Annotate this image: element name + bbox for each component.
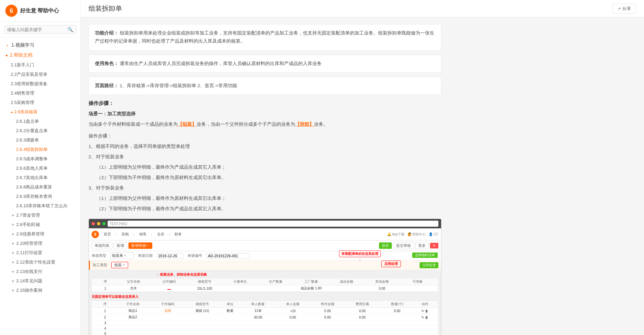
- step2-1: （1）上部明细为父件明细，最终作为产成品生成其它入库单；: [97, 163, 441, 172]
- sidebar-item-assembly[interactable]: 2.6.4组装拆卸单: [0, 145, 80, 154]
- sidebar-item-partial-stocktake[interactable]: 2.6.2分量盘点单: [0, 126, 80, 135]
- sc-nav-home[interactable]: 首页: [102, 231, 113, 237]
- nav-tree: ＋ 1.视频学习 ● 2.帮助文档 2.1新手入门 2.2产品安装及登录 2.3…: [0, 38, 80, 335]
- sidebar-item-inventory-ledger[interactable]: 2.6.9库存账本查询: [0, 192, 80, 201]
- sc-type-label: 单据类型: [92, 253, 106, 258]
- sc-row1-spec: 10L/1-100: [187, 287, 222, 290]
- sc-process-label: 加工类型: [93, 263, 107, 268]
- sidebar-item-purchase[interactable]: 2.5采购管理: [0, 98, 80, 107]
- sc-l-col-unit-amt: 单人金额: [275, 302, 310, 306]
- sc-process-btn[interactable]: 立即处理: [420, 262, 438, 268]
- minus-icon: ●: [5, 53, 8, 58]
- search-area[interactable]: 🔍: [0, 22, 80, 38]
- sc-btn-close[interactable]: ✕: [430, 243, 438, 248]
- sidebar-item-other-in[interactable]: 2.6.6其他入库单: [0, 164, 80, 173]
- sidebar-item-print[interactable]: ＋ 2.11打印设置: [0, 248, 80, 258]
- sc-btn-add[interactable]: 新增: [114, 242, 127, 249]
- search-input[interactable]: [7, 27, 67, 32]
- sc-select-bom-btn[interactable]: 选择物料清单: [412, 253, 438, 258]
- sc-col-avail: 可用量: [400, 279, 435, 284]
- sidebar-item-payment[interactable]: ＋ 2.13在线支付: [0, 267, 80, 276]
- sidebar-item-coupon[interactable]: ＋ 2.9优惠券管理: [0, 229, 80, 239]
- search-box[interactable]: 🔍: [4, 25, 76, 34]
- plus-icon7: ＋: [11, 260, 15, 265]
- sc-col-parent-name: 父件名称: [116, 279, 152, 284]
- sc-app-logo: 6: [92, 231, 99, 238]
- logo-text: 好生意 帮助中心: [20, 7, 59, 14]
- sc-annotation1-container: 有装配清单的在这里处理 ↓: [339, 250, 381, 261]
- sc-process-value: 组装: [114, 263, 122, 268]
- table-row: 1 关木 10L/1-100 成品金额 1.00 0.00: [92, 285, 438, 292]
- sc-btn-submit[interactable]: 提交审核: [393, 242, 414, 249]
- sc-url-bar: TEST-H002: [108, 221, 438, 227]
- sidebar-item-video[interactable]: ＋ 1.视频学习: [0, 40, 80, 50]
- sc-process-dropdown-icon: ▼: [122, 264, 125, 267]
- sc-nav-finance[interactable]: 财务: [172, 231, 184, 237]
- scene1-desc: 当由多个子件材料组装成一个成品的业务为【组装】业务，当由一个父件拆分成多个子产品…: [89, 120, 441, 129]
- sc-type-select[interactable]: 组装单 ▼: [110, 253, 134, 259]
- plus-icon4: ＋: [11, 231, 15, 236]
- plus-icon: ＋: [5, 43, 9, 48]
- sidebar-item-data-prep[interactable]: 2.3使用前数据准备: [0, 79, 80, 89]
- sidebar-item-mobile[interactable]: ＋ 2.8手机旺铺: [0, 220, 80, 229]
- sc-l-col-unit-qty: 单人数量: [240, 302, 275, 306]
- step3: 3、对于拆装业务: [89, 183, 441, 192]
- screenshot-container: TEST-H002 6 首页 | 采购 | 销售 | 仓存 | 财务 🔔: [89, 219, 441, 335]
- sc-order-input[interactable]: [206, 253, 250, 259]
- sc-min-dot: [97, 222, 100, 225]
- sc-nav-inventory[interactable]: 仓存: [155, 231, 166, 237]
- sidebar-item-cost-recalc[interactable]: 2.6.8商品成本重算: [0, 182, 80, 192]
- sidebar-item-cases[interactable]: ＋ 2.15操作案例: [0, 286, 80, 295]
- role-label: 使用角色：: [95, 61, 118, 66]
- sc-btn-more[interactable]: 更多: [415, 242, 429, 249]
- sc-btn-new-doc[interactable]: 新增单据一: [128, 242, 152, 249]
- sc-form-row2: 加工类型 组装 ▼ ↑ 组装业务、拆卸业务在这里切换 启用处理: [89, 261, 441, 270]
- intro-label: 功能介绍：: [95, 31, 118, 36]
- topbar: 组装拆卸单 ↗ 分享: [80, 0, 644, 17]
- sidebar-item-sys[interactable]: ＋ 2.12系统个性化设置: [0, 258, 80, 267]
- step1: 1、根据不同的业务，选择不同单据的类型来处理: [89, 142, 441, 151]
- sidebar-item-ops[interactable]: ＋ 2.10经营管理: [0, 239, 80, 248]
- share-button[interactable]: ↗ 分享: [612, 4, 636, 14]
- sc-select-bom-btn-container: 选择物料清单: [412, 253, 438, 258]
- disassembly-keyword: 【拆卸】: [295, 122, 314, 127]
- sidebar-item-cost-adj[interactable]: 2.6.5成本调整单: [0, 154, 80, 164]
- table-row: 1 商品1 启用 规格 (±1) 数量 11单 +10 5.00 0.00 0.…: [92, 308, 438, 314]
- sc-col-spec: 规格型号: [187, 279, 222, 284]
- sidebar-item-finance[interactable]: ＋ 2.7资金管理: [0, 211, 80, 220]
- sc-col-unit: 计量单位: [222, 279, 258, 284]
- sc-date-input[interactable]: [157, 253, 183, 259]
- sc-max-dot: [102, 222, 106, 225]
- sidebar-item-docs[interactable]: ● 2.帮助文档: [0, 50, 80, 60]
- sc-btn-save[interactable]: 保存: [379, 242, 392, 249]
- sc-row1-other-amt: 0.00: [364, 287, 400, 290]
- sc-process-select[interactable]: 组装 ▼: [111, 262, 128, 268]
- sidebar-item-faq[interactable]: ＋ 2.14常见问题: [0, 276, 80, 286]
- sidebar-item-stocktake[interactable]: 2.6.1盘点单: [0, 117, 80, 126]
- sc-upper-table: 序 父件名称 父件编码 规格型号 计量单位 生产数量 工厂数量 成品金额 其他金…: [92, 278, 438, 292]
- sidebar-item-inventory-label: 2.6库存核算: [14, 109, 38, 115]
- sc-l-col-child-name: 子件名称: [115, 302, 150, 306]
- sc-row1-name: 关木: [116, 286, 152, 291]
- sc-nav-purchase[interactable]: 采购: [119, 231, 131, 237]
- role-block: 使用角色： 通常由生产人员或库管人员完成拆装业务的操作，库管人员确认原材料的出库…: [89, 55, 441, 73]
- sidebar-item-install[interactable]: 2.2产品安装及登录: [0, 70, 80, 79]
- sidebar-item-newbie[interactable]: 2.1新手入门: [0, 60, 80, 70]
- logo-icon: 6: [5, 5, 17, 17]
- sidebar-item-ledger-fix[interactable]: 2.6.10库存账本错了怎么办: [0, 201, 80, 211]
- table-row: 4: [92, 326, 438, 331]
- sc-nav-sales[interactable]: 销售: [137, 231, 149, 237]
- plus-icon3: ＋: [11, 222, 15, 227]
- sidebar: 6 好生意 帮助中心 🔍 ＋ 1.视频学习 ● 2.帮助文档 2.1新手入门 2…: [0, 0, 80, 335]
- sidebar-item-inventory[interactable]: ● 2.6库存核算: [0, 107, 80, 117]
- plus-icon8: ＋: [11, 269, 15, 274]
- table-row: 5: [92, 331, 438, 335]
- sc-close-dot: [92, 222, 95, 225]
- sc-btn-doclist[interactable]: 单据列表: [92, 242, 112, 249]
- sidebar-item-other-out[interactable]: 2.6.7其他出库单: [0, 173, 80, 182]
- steps-title2: 操作步骤：: [89, 131, 441, 141]
- sidebar-item-sales[interactable]: 2.4销售管理: [0, 89, 80, 98]
- sc-col-seq: 序: [95, 279, 116, 284]
- sidebar-item-transfer[interactable]: 2.6.3调拨单: [0, 135, 80, 145]
- search-icon: 🔍: [67, 27, 73, 32]
